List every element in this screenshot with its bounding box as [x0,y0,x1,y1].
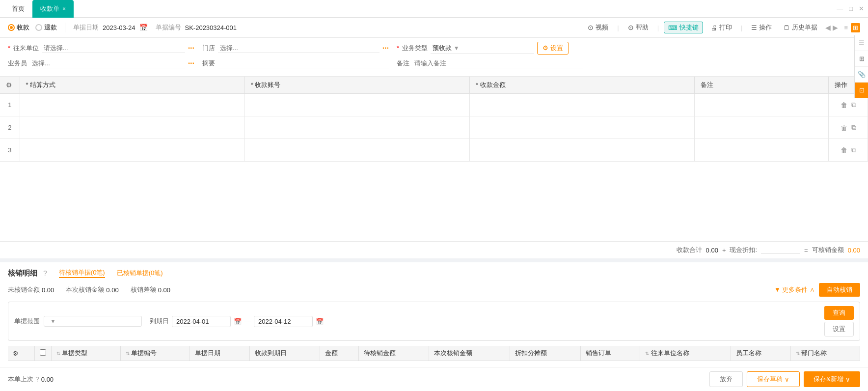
row-2-copy-btn[interactable]: ⧉ [851,123,856,132]
row-1-settlement[interactable] [20,94,244,116]
row-1-amount[interactable] [469,94,694,116]
table-settings-col[interactable]: ⚙ [0,77,20,94]
date-from-input[interactable] [172,316,231,327]
row-3-delete-btn[interactable]: 🗑 [841,146,847,154]
right-panel-btn-2[interactable]: ⊞ [855,51,868,67]
table-gear-icon[interactable]: ⚙ [6,81,12,89]
summary-label-text: 摘要 [202,59,215,67]
print-btn[interactable]: 🖨 打印 [707,22,736,33]
row-3-copy-btn[interactable]: ⧉ [851,146,856,154]
row-2-delete-btn[interactable]: 🗑 [841,124,847,132]
row-3-remark[interactable] [695,139,829,162]
radio-receipt[interactable]: 收款 [8,23,29,32]
more-conditions-btn[interactable]: ▼ 更多条件 ∧ [774,285,815,294]
date-to-calendar-icon[interactable]: 📅 [316,318,324,325]
btable-doc-type-sort: ⇅ [56,351,60,356]
radio-refund[interactable]: 退款 [35,23,57,32]
store-input[interactable] [218,43,380,53]
history-btn[interactable]: 🗒 历史单据 [780,22,821,33]
auto-clear-btn[interactable]: 自动核销 [819,283,860,297]
footer-bar: 本单上次 ? 0.00 放弃 保存草稿 ∨ 保存&新增 ∨ [0,367,868,391]
shortcut-btn[interactable]: ⌨ 快捷键 [664,22,703,33]
save-draft-btn[interactable]: 保存草稿 ∨ [747,371,800,387]
nav-next-icon[interactable]: ▶ [833,24,838,31]
save-new-btn[interactable]: 保存&新增 ∨ [804,371,860,387]
doc-date-calendar-icon[interactable]: 📅 [139,24,148,31]
history-btn-label: 历史单据 [792,23,817,32]
row-3-settlement[interactable] [20,139,244,162]
nav-prev-icon[interactable]: ◀ [825,24,831,31]
shortcut-icon: ⌨ [668,24,678,31]
view-grid-icon[interactable]: ⊞ [851,23,860,32]
window-minimize[interactable]: — [837,5,843,12]
radio-receipt-circle [8,24,15,31]
btable-doc-num-sort: ⇅ [126,351,130,356]
staff-more-btn[interactable]: ··· [188,59,194,68]
btable-counterpart-col[interactable]: ⇅ 往来单位名称 [640,346,731,361]
search-settings-btn[interactable]: 设置 [824,322,854,336]
tab-home[interactable]: 首页 [4,0,32,18]
business-type-label: * 业务类型 [397,44,428,53]
radio-receipt-label: 收款 [17,23,29,32]
verification-help-icon[interactable]: ? [43,269,47,277]
row-1-delete-btn[interactable]: 🗑 [841,101,847,109]
btable-current-col: 本次核销金额 [429,346,510,361]
filter-row: 未核销金额 0.00 本次核销金额 0.00 核销差额 0.00 ▼ 更多条件 … [8,283,860,297]
tab-receipt-close[interactable]: × [62,5,66,12]
right-panel-btn-3[interactable]: 📎 [855,67,868,83]
view-icons: ≡ ⊞ [842,23,860,32]
window-close[interactable]: ✕ [859,5,864,12]
summary-input[interactable] [218,58,389,68]
row-2-amount[interactable] [469,116,694,139]
staff-input[interactable] [30,58,185,68]
row-1-copy-btn[interactable]: ⧉ [851,101,856,109]
store-more-btn[interactable]: ··· [382,44,389,53]
right-panel-btn-4[interactable]: ⊡ [855,83,868,98]
btable-select-all[interactable] [40,349,46,356]
window-restore[interactable]: □ [849,5,853,12]
row-2-account[interactable] [244,116,469,139]
row-3-actions: 🗑 ⧉ [829,139,868,162]
total-value: 0.00 [706,247,718,254]
verification-header: 核销明细 ? 待核销单据(0笔) 已核销单据(0笔) [8,268,860,278]
row-1-account[interactable] [244,94,469,116]
search-actions: 查询 设置 [824,306,854,336]
counterpart-more-btn[interactable]: ··· [188,44,194,53]
btable-gear-col[interactable]: ⚙ [8,346,34,361]
btable-doc-type-col[interactable]: ⇅ 单据类型 [51,346,120,361]
btable-checkbox-col[interactable] [34,346,51,361]
btable-doc-num-col[interactable]: ⇅ 单据编号 [120,346,190,361]
search-row: 单据范围 ▼ 到期日 📅 — 📅 查询 设置 [8,302,860,341]
tab-receipt[interactable]: 收款单 × [32,0,74,18]
query-btn[interactable]: 查询 [824,306,854,320]
toolbar-actions: ⊙ 视频 | ⊙ 帮助 | ⌨ 快捷键 🖨 打印 | ☰ 操作 [584,22,860,33]
operation-btn[interactable]: ☰ 操作 [747,22,776,33]
doc-number-value: SK-20230324-001 [185,24,237,31]
form-settings-btn[interactable]: ⚙ 设置 [537,42,569,55]
row-2-num: 2 [0,116,20,139]
date-to-input[interactable] [254,316,313,327]
discard-btn[interactable]: 放弃 [709,371,743,387]
footer-help-icon[interactable]: ? [35,375,39,383]
view-list-icon[interactable]: ≡ [842,23,850,32]
counterpart-input[interactable] [42,43,185,53]
tab-pending[interactable]: 待核销单据(0笔) [59,268,105,278]
row-2-remark[interactable] [695,116,829,139]
btable-gear-icon[interactable]: ⚙ [13,350,19,357]
video-btn[interactable]: ⊙ 视频 [584,22,612,33]
discount-input[interactable] [761,246,800,254]
right-panel-btn-1[interactable]: ☰ [855,35,868,51]
remark-input[interactable] [412,58,583,68]
row-2-settlement[interactable] [20,116,244,139]
row-1-remark[interactable] [695,94,829,116]
row-3-amount[interactable] [469,139,694,162]
business-type-select[interactable]: 预收款 ▼ [431,43,535,54]
doc-range-select[interactable]: ▼ [44,316,142,327]
bottom-table-wrap: ⚙ ⇅ 单据类型 ⇅ 单据编号 [8,346,860,361]
btable-store-col[interactable]: ⇅ 部门名称 [790,346,860,361]
tab-done[interactable]: 已核销单据(0笔) [117,269,163,278]
date-from-calendar-icon[interactable]: 📅 [234,318,242,325]
form-row-1: * 往来单位 ··· 门店 ··· * 业务类型 预收款 [8,42,860,55]
row-3-account[interactable] [244,139,469,162]
help-btn[interactable]: ⊙ 帮助 [624,22,652,33]
